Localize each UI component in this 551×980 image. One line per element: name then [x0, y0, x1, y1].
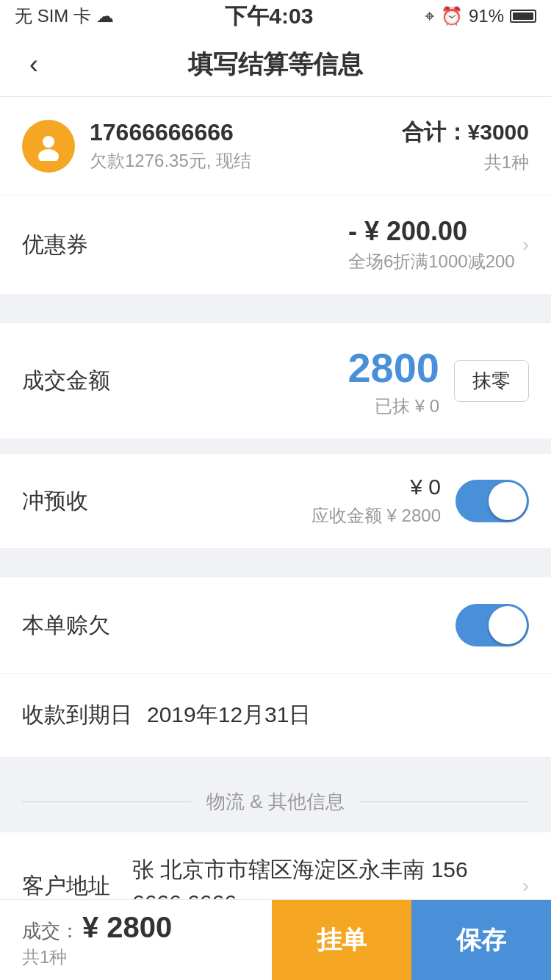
alarm-icon: ⏰	[441, 6, 463, 26]
save-button[interactable]: 保存	[411, 900, 551, 981]
amount-row: 成交金额 2800 已抹 ¥ 0 抹零	[0, 323, 551, 439]
customer-phone: 17666666666	[90, 119, 251, 146]
customer-card: 17666666666 欠款1276.35元, 现结 合计：¥3000 共1种 …	[0, 97, 551, 294]
toggle-knob	[489, 482, 527, 520]
prepay-toggle[interactable]	[455, 480, 529, 522]
coupon-row[interactable]: 优惠券 - ¥ 200.00 全场6折满1000减200 ›	[0, 195, 551, 294]
total-value: 合计：¥3000	[402, 118, 529, 148]
status-bar: 无 SIM 卡 ☁ 下午4:03 ⌖ ⏰ 91%	[0, 0, 551, 32]
sim-status: 无 SIM 卡 ☁	[15, 4, 114, 28]
prepay-row: 冲预收 ¥ 0 应收金额 ¥ 2800	[0, 454, 551, 548]
debt-label: 本单赊欠	[22, 610, 110, 641]
divider-line-right	[359, 801, 529, 802]
amount-right: 2800 已抹 ¥ 0 抹零	[347, 344, 529, 418]
page-title: 填写结算等信息	[188, 48, 363, 82]
customer-total: 合计：¥3000 共1种	[402, 118, 529, 174]
amount-wiped: 已抹 ¥ 0	[347, 394, 439, 418]
address-chevron-icon: ›	[522, 874, 529, 898]
battery-icon	[510, 10, 536, 23]
coupon-discount: - ¥ 200.00	[348, 216, 515, 247]
customer-row: 17666666666 欠款1276.35元, 现结 合计：¥3000 共1种	[0, 97, 551, 195]
coupon-desc: 全场6折满1000减200	[348, 250, 515, 273]
customer-debt: 欠款1276.35元, 现结	[90, 149, 251, 173]
coupon-right: - ¥ 200.00 全场6折满1000减200 ›	[348, 216, 529, 273]
divider-1	[0, 309, 551, 323]
divider-2	[0, 563, 551, 577]
due-date-row: 收款到期日 2019年12月31日	[0, 674, 551, 757]
wipe-button[interactable]: 抹零	[454, 360, 529, 402]
coupon-chevron-icon: ›	[522, 233, 529, 256]
inner-divider	[0, 439, 551, 454]
prepay-info: ¥ 0 应收金额 ¥ 2800	[311, 475, 441, 527]
logistics-label: 物流 & 其他信息	[206, 789, 345, 815]
debt-toggle-knob	[489, 606, 527, 644]
address-label: 客户地址	[22, 871, 110, 901]
hold-button[interactable]: 挂单	[272, 900, 411, 981]
location-icon: ⌖	[425, 6, 435, 26]
avatar	[22, 120, 75, 173]
svg-point-1	[38, 149, 59, 161]
debt-toggle[interactable]	[455, 604, 529, 646]
divider-3	[0, 757, 551, 771]
bottom-summary: 成交： ¥ 2800 共1种	[0, 911, 272, 969]
amount-section: 成交金额 2800 已抹 ¥ 0 抹零 冲预收 ¥ 0 应收金额 ¥ 2800	[0, 323, 551, 548]
amount-label: 成交金额	[22, 366, 110, 396]
debt-row: 本单赊欠	[0, 577, 551, 673]
main-content: 17666666666 欠款1276.35元, 现结 合计：¥3000 共1种 …	[0, 97, 551, 980]
status-bar-time: 下午4:03	[225, 1, 313, 32]
battery-level: 91%	[469, 6, 504, 26]
logistics-divider: 物流 & 其他信息	[0, 771, 551, 832]
due-date-label: 收款到期日	[22, 700, 132, 730]
status-bar-right: ⌖ ⏰ 91%	[425, 6, 536, 26]
coupon-label: 优惠券	[22, 230, 88, 260]
svg-point-0	[43, 136, 54, 148]
bottom-amount: ¥ 2800	[82, 911, 172, 944]
due-date-value: 2019年12月31日	[147, 700, 311, 730]
customer-left: 17666666666 欠款1276.35元, 现结	[22, 119, 251, 173]
bottom-count: 共1种	[22, 945, 250, 969]
nav-bar: ‹ 填写结算等信息	[0, 32, 551, 97]
deal-label: 成交：	[22, 918, 79, 944]
bottom-bar: 成交： ¥ 2800 共1种 挂单 保存	[0, 899, 551, 980]
prepay-label: 冲预收	[22, 486, 88, 516]
prepay-value: ¥ 0	[410, 475, 441, 500]
amount-value: 2800	[347, 344, 439, 392]
customer-info: 17666666666 欠款1276.35元, 现结	[90, 119, 251, 173]
total-count: 共1种	[402, 151, 529, 174]
prepay-receivable: 应收金额 ¥ 2800	[311, 504, 441, 527]
status-bar-left: 无 SIM 卡 ☁	[15, 4, 114, 28]
divider-line-left	[22, 801, 192, 802]
back-button[interactable]: ‹	[22, 42, 46, 87]
